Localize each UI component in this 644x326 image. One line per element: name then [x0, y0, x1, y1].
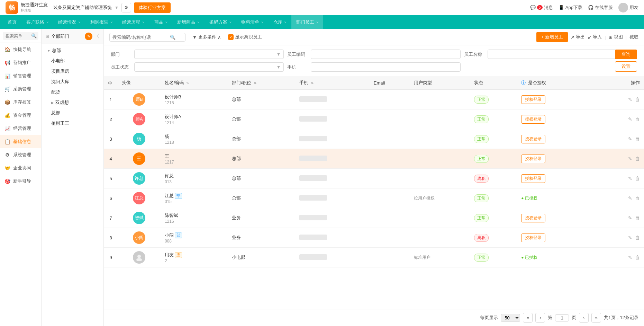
edit-icon[interactable]: ✎ — [628, 156, 632, 161]
set-button[interactable]: 设置 — [615, 61, 637, 72]
tab-customer[interactable]: 客户联络× — [21, 15, 53, 29]
sidebar-item-marketing[interactable]: 📢 营销推广 — [0, 56, 41, 69]
export-button[interactable]: ↗ 导出 — [571, 34, 585, 40]
auth-login-button[interactable]: 授权登录 — [521, 135, 545, 143]
delete-icon[interactable]: 🗑 — [635, 255, 640, 260]
delete-icon[interactable]: 🗑 — [635, 97, 640, 102]
delete-icon[interactable]: 🗑 — [635, 195, 640, 201]
search-input[interactable] — [112, 35, 168, 40]
tab-employees[interactable]: 部门员工× — [291, 15, 323, 29]
delete-icon[interactable]: 🗑 — [635, 176, 640, 181]
status-badge: 正常 — [474, 194, 489, 202]
sidebar-search-input[interactable] — [6, 34, 30, 38]
dept-node-xiaodiandept[interactable]: 小电部 — [42, 56, 103, 66]
edit-icon[interactable]: ✎ — [628, 255, 632, 260]
row-num: 9 — [104, 248, 118, 267]
show-resigned-checkbox[interactable]: ✓ 显示离职员工 — [228, 34, 262, 40]
query-button[interactable]: 查询 — [615, 50, 637, 59]
dept-node-distribution[interactable]: 配货 — [42, 87, 103, 97]
online-service-button[interactable]: 🎧 在线客服 — [588, 5, 613, 11]
auth-login-button[interactable]: 授权登录 — [521, 95, 545, 104]
dept-collapse-button[interactable]: 《 — [94, 33, 99, 39]
prev-page-button[interactable]: ‹ — [535, 313, 545, 323]
dept-node-zongbu[interactable]: 总部 — [42, 108, 103, 118]
first-page-button[interactable]: « — [523, 313, 533, 323]
dept-node-project[interactable]: 项目库房 — [42, 66, 103, 77]
sidebar-item-system[interactable]: ⚙ 系统管理 — [0, 148, 41, 161]
edit-icon[interactable]: ✎ — [628, 97, 632, 102]
auth-login-button[interactable]: 授权登录 — [521, 115, 545, 124]
sidebar-item-purchase[interactable]: 🛒 采购管理 — [0, 82, 41, 96]
edit-icon[interactable]: ✎ — [628, 176, 632, 181]
edit-icon[interactable]: ✎ — [628, 235, 632, 240]
row-operations: ✎🗑 — [602, 228, 644, 248]
edit-icon[interactable]: ✎ — [628, 136, 632, 142]
dept-edit-button[interactable]: ✎ — [85, 33, 92, 40]
delete-icon[interactable]: 🗑 — [635, 136, 640, 142]
dept-node-root[interactable]: ▼ 总部 — [42, 45, 103, 56]
settings-icon[interactable]: ⚙ — [121, 3, 131, 12]
sidebar-item-nav[interactable]: 🏠 快捷导航 — [0, 43, 41, 56]
filter-phone-input[interactable] — [311, 62, 460, 72]
auth-login-button[interactable]: 授权登录 — [521, 174, 545, 183]
avatar-circle: 王 — [133, 152, 145, 165]
tab-profit[interactable]: 利润报告× — [85, 15, 117, 29]
filter-code-input[interactable] — [311, 50, 460, 59]
tab-home[interactable]: 首页 — [3, 15, 21, 29]
delete-icon[interactable]: 🗑 — [635, 215, 640, 221]
message-button[interactable]: 💬 5 消息 — [530, 5, 553, 11]
tab-new-goods[interactable]: 新增商品× — [172, 15, 204, 29]
next-page-button[interactable]: › — [579, 313, 589, 323]
sidebar-item-basic[interactable]: 📋 基础信息 — [0, 135, 41, 148]
filter-status-select[interactable]: ▼ — [134, 62, 284, 72]
edit-icon[interactable]: ✎ — [628, 215, 632, 221]
last-page-button[interactable]: » — [591, 313, 601, 323]
sidebar-item-guide[interactable]: 🎯 新手引导 — [0, 175, 41, 188]
col-name[interactable]: 姓名/编码 ⇅ — [161, 76, 228, 90]
row-operations: ✎🗑 — [602, 109, 644, 129]
sidebar-item-collab[interactable]: 🤝 企业协同 — [0, 161, 41, 175]
edit-icon[interactable]: ✎ — [628, 195, 632, 201]
dept-node-zhishu[interactable]: 植树王三 — [42, 118, 103, 129]
tab-goods[interactable]: 商品× — [149, 15, 172, 29]
col-dept[interactable]: 部门/职位 ⇅ — [228, 76, 295, 90]
auth-login-button[interactable]: 授权登录 — [521, 214, 545, 222]
sidebar-search-wrap[interactable]: 🔍 — [3, 32, 38, 40]
delete-icon[interactable]: 🗑 — [635, 116, 640, 122]
delete-icon[interactable]: 🗑 — [635, 156, 640, 161]
app-download-button[interactable]: 📱 App下载 — [559, 5, 582, 11]
status-badge: 正常 — [474, 135, 489, 143]
auth-login-button[interactable]: 授权登录 — [521, 155, 545, 163]
row-empty — [586, 149, 603, 169]
page-label: 第 — [548, 315, 552, 321]
tab-bom[interactable]: 物料清单× — [236, 15, 268, 29]
page-input[interactable] — [555, 314, 569, 321]
sidebar-item-business[interactable]: 📈 经营管理 — [0, 122, 41, 135]
tab-operation[interactable]: 经营情况× — [53, 15, 85, 29]
col-phone[interactable]: 手机 ⇅ — [295, 76, 370, 90]
user-menu[interactable]: 用友 — [618, 3, 638, 12]
more-filter-button[interactable]: ▼ 更多条件 ∧ — [190, 33, 224, 42]
sidebar-item-inventory[interactable]: 📦 库存核算 — [0, 96, 41, 109]
sidebar-item-finance[interactable]: 💰 资金管理 — [0, 109, 41, 122]
tab-barcode[interactable]: 条码方案× — [205, 15, 236, 29]
search-input-wrap[interactable]: 🔍 — [109, 33, 185, 42]
view-button[interactable]: ⊞ 视图 — [609, 34, 623, 40]
filter-dept-select[interactable]: ▼ — [134, 50, 284, 59]
dept-node-shenyang[interactable]: 沈阳大库 — [42, 77, 103, 87]
more-button[interactable]: 截取 — [629, 34, 638, 40]
dept-node-shuangxu[interactable]: ▶ 双虚想 — [42, 97, 103, 108]
row-auth: 授权登录 — [517, 169, 585, 188]
add-employee-button[interactable]: + 新增员工 — [536, 32, 568, 42]
auth-login-button[interactable]: 授权登录 — [521, 234, 545, 242]
trial-button[interactable]: 体验行业方案 — [134, 2, 171, 13]
edit-icon[interactable]: ✎ — [628, 116, 632, 122]
delete-icon[interactable]: 🗑 — [635, 235, 640, 240]
tab-history[interactable]: 经营历程× — [117, 15, 149, 29]
tab-warehouse[interactable]: 仓库× — [269, 15, 291, 29]
col-settings[interactable]: ⚙ — [104, 76, 118, 90]
view-icon: ⊞ — [609, 35, 613, 40]
import-button[interactable]: ↙ 导入 — [588, 34, 602, 40]
page-size-select[interactable]: 50 100 200 — [501, 314, 520, 322]
sidebar-item-sales[interactable]: 📊 销售管理 — [0, 69, 41, 82]
